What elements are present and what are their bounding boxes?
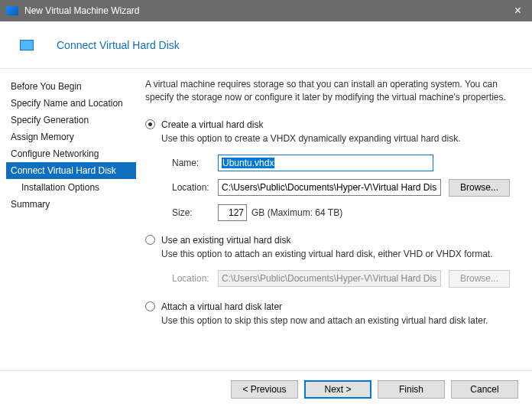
option-label: Attach a virtual hard disk later — [161, 301, 282, 312]
next-button[interactable]: Next > — [304, 380, 371, 399]
radio-attach-later[interactable] — [145, 301, 155, 311]
name-label: Name: — [172, 158, 218, 168]
page-title: Connect Virtual Hard Disk — [57, 39, 180, 51]
location-label: Location: — [172, 273, 218, 284]
cancel-button[interactable]: Cancel — [451, 380, 518, 399]
option-head[interactable]: Create a virtual hard disk — [145, 119, 518, 130]
previous-button[interactable]: < Previous — [231, 380, 298, 399]
step-before-you-begin[interactable]: Before You Begin — [6, 78, 136, 95]
create-disk-form: Name: Ubuntu.vhdx Location: Browse... Si… — [172, 155, 518, 221]
option-label: Use an existing virtual hard disk — [161, 235, 290, 246]
step-configure-networking[interactable]: Configure Networking — [6, 145, 136, 162]
browse-button-disabled: Browse... — [449, 270, 510, 288]
radio-create-disk[interactable] — [145, 119, 155, 129]
option-create-disk: Create a virtual hard disk Use this opti… — [145, 119, 518, 221]
browse-button[interactable]: Browse... — [449, 179, 510, 197]
step-summary[interactable]: Summary — [6, 196, 136, 213]
wizard-header: Connect Virtual Hard Disk — [0, 21, 532, 69]
location-input[interactable] — [218, 179, 441, 196]
step-specify-generation[interactable]: Specify Generation — [6, 112, 136, 129]
option-desc: Use this option to skip this step now an… — [161, 315, 518, 326]
wizard-footer: < Previous Next > Finish Cancel — [0, 370, 532, 407]
option-desc: Use this option to create a VHDX dynamic… — [161, 133, 518, 144]
size-label: Size: — [172, 207, 218, 218]
step-connect-virtual-hard-disk[interactable]: Connect Virtual Hard Disk — [6, 162, 136, 179]
window-title: New Virtual Machine Wizard — [24, 5, 510, 16]
close-icon[interactable]: × — [510, 4, 526, 18]
app-icon — [6, 6, 18, 15]
main-panel: A virtual machine requires storage so th… — [136, 69, 532, 370]
row-size: Size: GB (Maximum: 64 TB) — [172, 204, 518, 221]
wizard-steps: Before You Begin Specify Name and Locati… — [0, 69, 136, 370]
step-installation-options[interactable]: Installation Options — [6, 179, 136, 196]
row-name: Name: Ubuntu.vhdx — [172, 155, 518, 171]
radio-existing-disk[interactable] — [145, 235, 155, 245]
option-head[interactable]: Attach a virtual hard disk later — [145, 301, 518, 312]
option-existing-disk: Use an existing virtual hard disk Use th… — [145, 235, 518, 288]
step-specify-name-location[interactable]: Specify Name and Location — [6, 95, 136, 112]
content: Before You Begin Specify Name and Locati… — [0, 69, 532, 370]
option-attach-later: Attach a virtual hard disk later Use thi… — [145, 301, 518, 326]
wizard-icon — [20, 40, 34, 50]
location-label: Location: — [172, 182, 218, 193]
option-label: Create a virtual hard disk — [161, 119, 263, 130]
titlebar: New Virtual Machine Wizard × — [0, 0, 532, 21]
size-input[interactable] — [218, 204, 247, 221]
row-location-existing: Location: Browse... — [172, 270, 518, 288]
existing-disk-form: Location: Browse... — [172, 270, 518, 288]
intro-text: A virtual machine requires storage so th… — [145, 78, 518, 104]
name-input[interactable]: Ubuntu.vhdx — [218, 155, 433, 171]
option-desc: Use this option to attach an existing vi… — [161, 249, 518, 259]
row-location: Location: Browse... — [172, 179, 518, 197]
finish-button[interactable]: Finish — [378, 380, 445, 399]
step-assign-memory[interactable]: Assign Memory — [6, 129, 136, 145]
size-suffix: GB (Maximum: 64 TB) — [251, 207, 342, 218]
location-input-disabled — [218, 270, 441, 287]
option-head[interactable]: Use an existing virtual hard disk — [145, 235, 518, 246]
